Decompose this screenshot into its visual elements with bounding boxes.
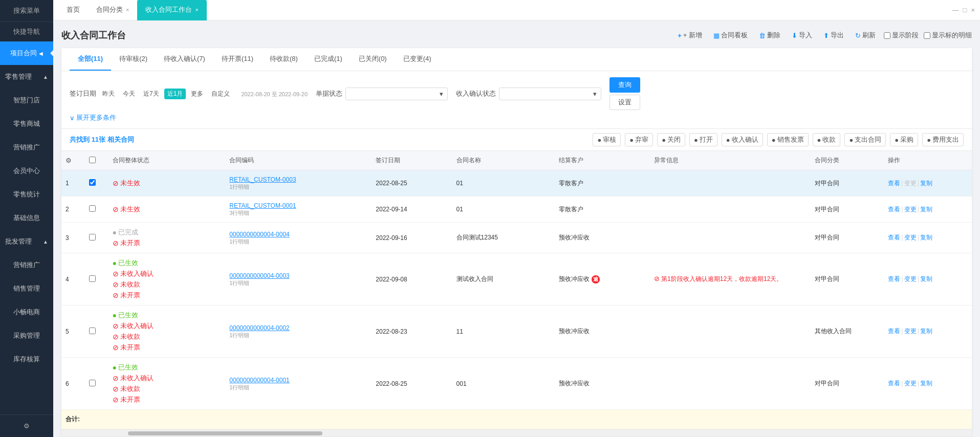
sidebar-item-project-contract[interactable]: 项目合同 ◀ bbox=[0, 41, 53, 65]
sidebar-item-retail-mgmt[interactable]: 零售管理 ▲ bbox=[0, 65, 53, 89]
op-link-复制[interactable]: 复制 bbox=[920, 234, 932, 241]
sidebar-item-base-info[interactable]: 基础信息 bbox=[0, 206, 53, 230]
action-audit[interactable]: ● 审核 bbox=[593, 133, 621, 146]
action-abandon[interactable]: ● 弃审 bbox=[625, 133, 653, 146]
sidebar-settings[interactable]: ⚙ bbox=[0, 414, 53, 437]
date-opt-7days[interactable]: 近7天 bbox=[140, 89, 162, 99]
row-checkbox[interactable] bbox=[89, 234, 96, 241]
code-link[interactable]: 0000000000004-0004 bbox=[229, 231, 289, 238]
sidebar-item-purchase-mgmt[interactable]: 采购管理 bbox=[0, 324, 53, 347]
delete-button[interactable]: 🗑 删除 bbox=[756, 29, 783, 42]
sidebar-item-ecommerce[interactable]: 小畅电商 bbox=[0, 300, 53, 324]
show-stage-input[interactable] bbox=[884, 32, 890, 39]
sidebar-quick-nav[interactable]: 快捷导航 bbox=[0, 22, 53, 41]
row-checkbox-cell[interactable] bbox=[85, 223, 108, 253]
op-link-变更[interactable]: 变更 bbox=[904, 327, 917, 335]
expand-more-btn[interactable]: ∨ 展开更多条件 bbox=[70, 113, 964, 122]
filter-tab-closed[interactable]: 已关闭(0) bbox=[351, 48, 395, 71]
op-link-变更[interactable]: 变更 bbox=[904, 275, 917, 282]
row-checkbox-cell[interactable] bbox=[85, 358, 108, 410]
op-link-复制[interactable]: 复制 bbox=[920, 180, 932, 187]
filter-tab-pending-review[interactable]: 待审核(2) bbox=[111, 48, 156, 71]
action-purchase[interactable]: ● 采购 bbox=[890, 133, 918, 146]
code-link[interactable]: 0000000000004-0001 bbox=[229, 377, 289, 384]
row-checkbox-cell[interactable] bbox=[85, 170, 108, 196]
minimize-icon[interactable]: — bbox=[952, 6, 959, 14]
filter-tab-changed[interactable]: 已变更(4) bbox=[395, 48, 440, 71]
filter-tab-pending-payment[interactable]: 待收款(8) bbox=[262, 48, 306, 71]
op-link-查看[interactable]: 查看 bbox=[888, 275, 900, 282]
op-link-变更[interactable]: 变更 bbox=[904, 380, 917, 387]
row-checkbox[interactable] bbox=[89, 275, 96, 282]
sidebar-item-smart-store[interactable]: 智慧门店 bbox=[0, 89, 53, 112]
op-link-复制[interactable]: 复制 bbox=[920, 206, 932, 213]
sidebar-item-marketing2[interactable]: 营销推广 bbox=[0, 253, 53, 277]
date-opt-more[interactable]: 更多 bbox=[188, 89, 206, 99]
action-expense-contract[interactable]: ● 支出合同 bbox=[844, 133, 886, 146]
action-close[interactable]: ● 关闭 bbox=[657, 133, 685, 146]
col-date[interactable]: 签订日期 bbox=[372, 151, 452, 170]
action-expense[interactable]: ● 费用支出 bbox=[922, 133, 964, 146]
export-button[interactable]: ⬆ 导出 bbox=[820, 29, 847, 42]
action-open[interactable]: ● 打开 bbox=[689, 133, 717, 146]
show-detail-checkbox[interactable]: 显示标的明细 bbox=[924, 31, 972, 40]
op-link-变更[interactable]: 变更 bbox=[904, 234, 917, 241]
doc-status-select[interactable]: ▾ bbox=[345, 88, 448, 100]
refresh-button[interactable]: ↻ 刷新 bbox=[852, 29, 879, 42]
sidebar-item-retail-stats[interactable]: 零售统计 bbox=[0, 183, 53, 206]
sidebar-item-sales-mgmt[interactable]: 销售管理 bbox=[0, 277, 53, 300]
kanban-button[interactable]: ▦ 合同看板 bbox=[710, 29, 751, 42]
confirm-status-select[interactable]: ▾ bbox=[499, 88, 601, 100]
action-payment[interactable]: ● 收款 bbox=[813, 133, 841, 146]
code-link[interactable]: 0000000000004-0003 bbox=[229, 272, 289, 279]
col-name[interactable]: 合同名称 bbox=[452, 151, 555, 170]
date-opt-yesterday[interactable]: 昨天 bbox=[99, 89, 118, 99]
op-link-复制[interactable]: 复制 bbox=[920, 380, 932, 387]
search-button[interactable]: 查询 bbox=[609, 77, 640, 93]
row-checkbox-cell[interactable] bbox=[85, 305, 108, 358]
col-status[interactable]: 合同整体状态 bbox=[108, 151, 226, 170]
filter-tab-pending-invoice[interactable]: 待开票(11) bbox=[213, 48, 262, 71]
op-link-复制[interactable]: 复制 bbox=[920, 275, 932, 282]
tab-contract-category[interactable]: 合同分类 × bbox=[88, 0, 137, 20]
op-link-查看[interactable]: 查看 bbox=[888, 180, 900, 187]
col-checkbox[interactable] bbox=[85, 151, 108, 170]
horizontal-scrollbar[interactable] bbox=[61, 429, 972, 436]
setting-button[interactable]: 设置 bbox=[609, 95, 640, 110]
col-code[interactable]: 合同编码 bbox=[225, 151, 372, 170]
new-button[interactable]: + + 新增 bbox=[674, 29, 705, 42]
op-link-查看[interactable]: 查看 bbox=[888, 234, 900, 241]
sidebar-item-inventory[interactable]: 库存核算 bbox=[0, 347, 53, 371]
date-opt-today[interactable]: 今天 bbox=[120, 89, 138, 99]
code-link[interactable]: 0000000000004-0002 bbox=[229, 324, 289, 332]
tab-close-contract-category[interactable]: × bbox=[126, 7, 129, 13]
action-invoice[interactable]: ● 销售发票 bbox=[767, 133, 809, 146]
action-confirm[interactable]: ● 收入确认 bbox=[722, 133, 763, 146]
sidebar-item-retail-mall[interactable]: 零售商城 bbox=[0, 112, 53, 136]
row-checkbox[interactable] bbox=[89, 327, 96, 334]
op-link-复制[interactable]: 复制 bbox=[920, 327, 932, 335]
maximize-icon[interactable]: □ bbox=[963, 6, 967, 14]
sidebar-item-member[interactable]: 会员中心 bbox=[0, 159, 53, 183]
date-opt-custom[interactable]: 自定义 bbox=[208, 89, 233, 99]
tab-income-contract[interactable]: 收入合同工作台 × bbox=[137, 0, 206, 20]
window-close-icon[interactable]: × bbox=[971, 6, 975, 14]
tab-close-income-contract[interactable]: × bbox=[195, 7, 198, 13]
row-checkbox[interactable] bbox=[89, 380, 96, 386]
scrollbar-thumb[interactable] bbox=[128, 431, 322, 435]
select-all-checkbox[interactable] bbox=[89, 157, 96, 163]
col-category[interactable]: 合同分类 bbox=[811, 151, 884, 170]
row-checkbox[interactable] bbox=[89, 205, 96, 212]
col-abnormal[interactable]: 异常信息 bbox=[650, 151, 811, 170]
op-link-变更[interactable]: 变更 bbox=[904, 206, 917, 213]
op-link-查看[interactable]: 查看 bbox=[888, 327, 900, 335]
filter-tab-completed[interactable]: 已完成(1) bbox=[306, 48, 351, 71]
row-checkbox-cell[interactable] bbox=[85, 253, 108, 305]
code-link[interactable]: RETAIL_CUSTOM-0003 bbox=[229, 176, 296, 183]
show-detail-input[interactable] bbox=[924, 32, 930, 39]
filter-tab-all[interactable]: 全部(11) bbox=[70, 48, 111, 71]
import-button[interactable]: ⬇ 导入 bbox=[789, 29, 815, 42]
show-stage-checkbox[interactable]: 显示阶段 bbox=[884, 31, 919, 40]
code-link[interactable]: RETAIL_CUSTOM-0001 bbox=[229, 202, 296, 209]
row-checkbox-cell[interactable] bbox=[85, 196, 108, 223]
